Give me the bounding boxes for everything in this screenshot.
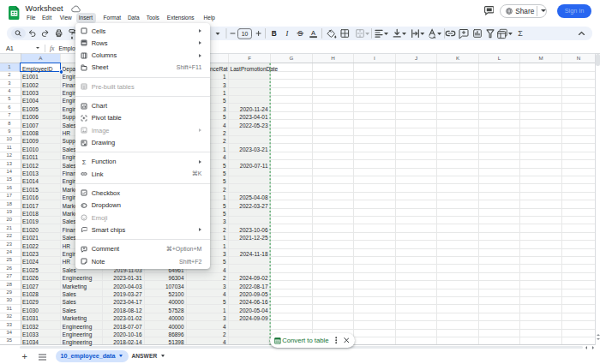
svg-text:Σ: Σ (82, 158, 87, 165)
